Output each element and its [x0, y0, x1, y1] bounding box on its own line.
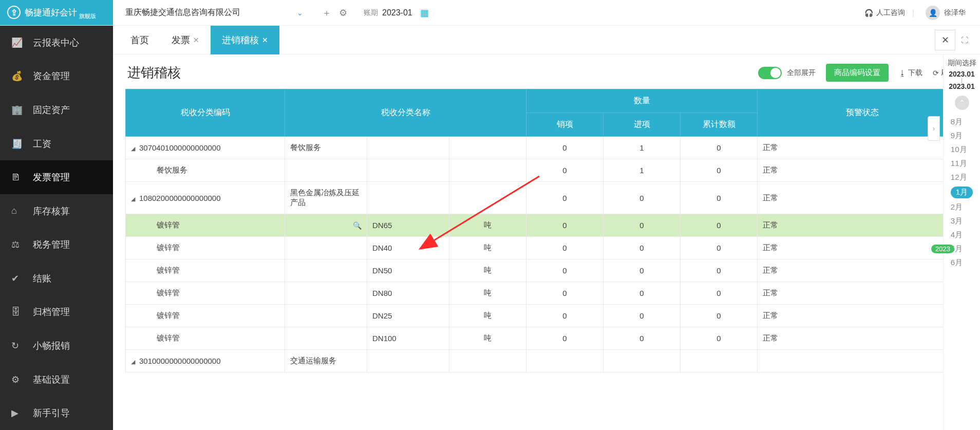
- month-12月[interactable]: 12月: [951, 173, 973, 182]
- sidebar-item-label: 归档管理: [33, 306, 70, 318]
- brand: ⇪ 畅捷通好会计 旗舰版: [0, 0, 113, 25]
- cell-name: [285, 327, 367, 350]
- gear-icon[interactable]: ⚙: [335, 5, 351, 21]
- th-code: 税收分类编码: [126, 89, 285, 137]
- cell-spec: DN25: [367, 305, 449, 327]
- scroll-up-icon[interactable]: ⌃: [955, 96, 969, 110]
- sidebar-item-label: 小畅报销: [33, 340, 70, 352]
- table-row[interactable]: 镀锌管 DN25 吨 0 0 0 正常: [126, 305, 968, 327]
- table-row[interactable]: 镀锌管 DN100 吨 0 0 0 正常: [126, 327, 968, 350]
- sidebar-item-invoice[interactable]: 🖹发票管理: [0, 160, 113, 194]
- cell-sales: 0: [526, 237, 604, 259]
- cell-cumulative: 0: [681, 214, 758, 237]
- add-icon[interactable]: ＋: [318, 5, 335, 21]
- th-cumulative: 累计数额: [681, 113, 758, 137]
- tab-发票[interactable]: 发票✕: [160, 26, 211, 54]
- collapse-icon[interactable]: ◢: [131, 145, 135, 152]
- download-button[interactable]: ⭳ 下载: [899, 68, 922, 78]
- cell-sales: 0: [526, 259, 604, 282]
- sidebar-item-close-acct[interactable]: ✔结账: [0, 261, 113, 295]
- cell-spec: [367, 182, 449, 214]
- cell-status: 正常: [758, 327, 968, 350]
- sidebar-item-chart[interactable]: 📈云报表中心: [0, 26, 113, 60]
- collapse-icon[interactable]: ◢: [131, 359, 135, 365]
- sidebar-item-wage[interactable]: 🧾工资: [0, 127, 113, 161]
- tax-icon: ⚖: [11, 239, 24, 250]
- search-icon[interactable]: 🔍: [353, 221, 362, 230]
- th-qty-group: 数量: [526, 89, 758, 113]
- sidebar-item-label: 固定资产: [33, 104, 70, 116]
- table-row[interactable]: ◢3010000000000000000 交通运输服务: [126, 350, 968, 372]
- cell-code: 镀锌管: [126, 237, 285, 259]
- cell-status: 正常: [758, 214, 968, 237]
- collapse-period-panel-icon[interactable]: ›: [928, 116, 940, 141]
- table-row[interactable]: ◢3070401000000000000 餐饮服务 0 1 0 正常: [126, 137, 968, 159]
- table-row[interactable]: 镀锌管 DN80 吨 0 0 0 正常: [126, 282, 968, 305]
- sidebar-item-label: 税务管理: [33, 238, 70, 251]
- table-row[interactable]: ◢1080200000000000000 黑色金属冶炼及压延产品 0 0 0 正…: [126, 182, 968, 214]
- code-settings-button[interactable]: 商品编码设置: [826, 64, 889, 82]
- company-name: 重庆畅捷交通信息咨询有限公司: [125, 7, 240, 18]
- month-10月[interactable]: 10月: [951, 145, 973, 155]
- cell-purchase: 0: [604, 182, 681, 214]
- chevron-down-icon: ⌄: [297, 9, 303, 17]
- close-icon[interactable]: ✕: [262, 36, 268, 44]
- month-4月[interactable]: 4月: [951, 230, 973, 240]
- month-6月[interactable]: 6月: [951, 258, 973, 268]
- sidebar-item-building[interactable]: 🏢固定资产: [0, 93, 113, 127]
- table-row[interactable]: 镀锌管 DN40 吨 0 0 0 正常: [126, 237, 968, 259]
- period-panel-label: 期间选择: [948, 59, 976, 68]
- fullscreen-icon[interactable]: ⛶: [955, 31, 974, 49]
- table-row[interactable]: 餐饮服务 0 1 0 正常: [126, 159, 968, 182]
- close-acct-icon: ✔: [11, 273, 24, 284]
- month-1月[interactable]: 1月: [951, 186, 973, 198]
- cell-spec: DN100: [367, 327, 449, 350]
- period-to: 2023.01: [949, 82, 975, 90]
- cell-name: [285, 237, 367, 259]
- avatar-icon[interactable]: 👤: [926, 6, 940, 20]
- sidebar-item-tax[interactable]: ⚖税务管理: [0, 228, 113, 261]
- cell-spec: DN50: [367, 259, 449, 282]
- company-selector[interactable]: 重庆畅捷交通信息咨询有限公司 ⌄: [125, 7, 303, 18]
- sidebar-item-report[interactable]: ↻小畅报销: [0, 329, 113, 363]
- month-9月[interactable]: 9月: [951, 131, 973, 141]
- cell-spec: [367, 350, 449, 372]
- month-8月[interactable]: 8月: [951, 117, 973, 127]
- cell-unit: 吨: [449, 214, 526, 237]
- cell-code: 镀锌管: [126, 327, 285, 350]
- close-tab-button[interactable]: ✕: [935, 30, 955, 50]
- sidebar-item-guide[interactable]: ▶新手引导: [0, 396, 113, 430]
- close-icon[interactable]: ✕: [193, 36, 199, 44]
- sidebar-item-label: 云报表中心: [33, 36, 79, 49]
- table-row[interactable]: 镀锌管 🔍 DN65 吨 0 0 0 正常: [126, 214, 968, 237]
- cell-purchase: 0: [604, 305, 681, 327]
- cell-sales: 0: [526, 159, 604, 182]
- chart-icon: 📈: [11, 37, 24, 48]
- audit-table: 税收分类编码 税收分类名称 数量 预警状态 销项 进项 累计数额 ◢307040…: [125, 89, 968, 372]
- headset-icon: 🎧: [864, 9, 873, 17]
- tab-进销稽核[interactable]: 进销稽核✕: [211, 26, 279, 54]
- sidebar-item-settings[interactable]: ⚙基础设置: [0, 363, 113, 397]
- cell-spec: DN80: [367, 282, 449, 305]
- username[interactable]: 徐泽华: [944, 8, 966, 17]
- cell-sales: [526, 350, 604, 372]
- sidebar-item-archive[interactable]: 🗄归档管理: [0, 295, 113, 329]
- sidebar-item-stock[interactable]: ⌂库存核算: [0, 194, 113, 228]
- tab-首页[interactable]: 首页: [119, 26, 160, 54]
- calendar-icon[interactable]: ▦: [417, 5, 433, 21]
- cell-cumulative: 0: [681, 305, 758, 327]
- download-icon: ⭳: [899, 69, 906, 77]
- sidebar-item-money[interactable]: 💰资金管理: [0, 60, 113, 94]
- expand-all-toggle[interactable]: [758, 67, 782, 79]
- period-value[interactable]: 2023-01: [382, 8, 412, 17]
- invoice-icon: 🖹: [11, 172, 24, 183]
- table-row[interactable]: 镀锌管 DN50 吨 0 0 0 正常: [126, 259, 968, 282]
- month-2月[interactable]: 2月: [951, 202, 973, 212]
- cell-unit: [449, 182, 526, 214]
- consult-link[interactable]: 🎧 人工咨询: [864, 8, 905, 17]
- cell-name: [285, 305, 367, 327]
- month-11月[interactable]: 11月: [951, 159, 973, 169]
- collapse-icon[interactable]: ◢: [131, 196, 135, 202]
- month-3月[interactable]: 3月: [951, 216, 973, 226]
- cell-spec: [367, 137, 449, 159]
